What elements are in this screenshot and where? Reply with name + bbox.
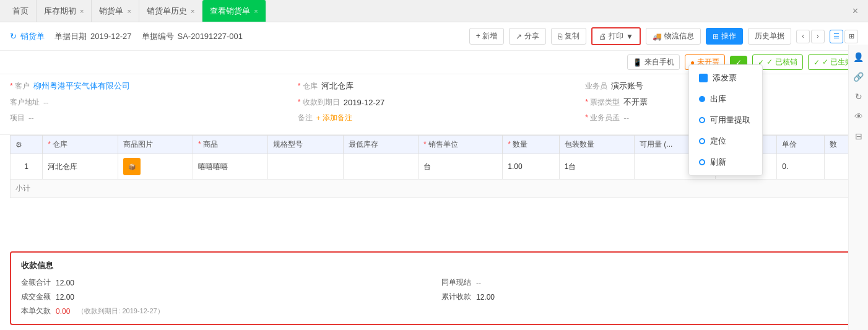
new-button[interactable]: + 新增 (469, 28, 504, 45)
summary-outstanding: 本单欠款 0.00 （收款到期日: 2019-12-27） (21, 306, 427, 316)
tab-sales-label: 销货单 (99, 6, 123, 17)
address-field: 客户地址 -- (10, 97, 283, 108)
th-gear[interactable]: ⚙ (11, 136, 43, 154)
customer-value[interactable]: 柳州粤港平安气体有限公司 (33, 80, 130, 92)
effective-check-icon: ✓ (814, 58, 820, 67)
history-button[interactable]: 历史单据 (748, 28, 791, 45)
row-warehouse: 河北仓库 (43, 154, 118, 180)
th-warehouse: * 仓库 (43, 136, 118, 154)
available-qty-label: 可用量提取 (710, 115, 750, 126)
th-unit: * 销售单位 (418, 136, 502, 154)
print-dropdown-arrow: ▼ (626, 32, 633, 41)
copy-button[interactable]: ⎘ 复制 (551, 28, 586, 45)
doc-number-field: 单据编号 SA-20191227-001 (142, 31, 243, 42)
dropdown-add-invoice[interactable]: 添发票 (689, 67, 762, 89)
next-arrow[interactable]: › (811, 30, 825, 43)
staff-label: 业务员 (585, 81, 607, 92)
tab-sales-history-label: 销货单历史 (147, 6, 187, 17)
row-qty: 1.00 (503, 154, 559, 180)
add-invoice-label: 添发票 (713, 72, 737, 84)
cancelled-label: ✓ 已核销 (766, 57, 797, 67)
operate-label: 操作 (721, 31, 736, 41)
operate-button[interactable]: ⊞ 操作 (706, 28, 743, 45)
copy-icon: ⎘ (558, 32, 562, 41)
row-num: 1 (11, 154, 43, 180)
add-invoice-icon (699, 74, 708, 82)
total-label: 金额合计 (21, 277, 51, 288)
staff2-value: -- (623, 113, 629, 123)
dropdown-available-qty[interactable]: 可用量提取 (689, 110, 762, 131)
refresh-icon (699, 159, 705, 165)
share-button[interactable]: ↗ 分享 (509, 28, 546, 45)
tab-view-sales[interactable]: 查看销货单 × (202, 0, 266, 22)
customer-label: * 客户 (10, 81, 30, 92)
th-qty: * 数量 (503, 136, 559, 154)
tab-inventory-close[interactable]: × (80, 7, 84, 15)
tab-view-sales-close[interactable]: × (254, 7, 258, 15)
dropdown-outbound[interactable]: 出库 (689, 89, 762, 110)
row-unit-price: 0. (777, 154, 825, 180)
doc-number-label: 单据编号 (142, 31, 174, 42)
prev-arrow[interactable]: ‹ (796, 30, 810, 43)
payment-date-field: * 收款到期日 2019-12-27 (298, 97, 571, 108)
sidebar-profile-icon[interactable]: 👤 (851, 50, 866, 64)
sidebar-rotation-icon[interactable]: ↻ (851, 89, 866, 104)
grid-view-icon[interactable]: ⊞ (844, 30, 858, 43)
logistics-label: 物流信息 (664, 31, 694, 41)
tab-sales[interactable]: 销货单 × (92, 0, 139, 22)
tab-sales-close[interactable]: × (127, 7, 131, 15)
add-note-button[interactable]: + 添加备注 (316, 113, 352, 123)
payment-date-value: 2019-12-27 (344, 98, 385, 107)
doc-date-value: 2019-12-27 (90, 32, 132, 41)
cumulative-receipt-label: 累计收款 (441, 292, 471, 302)
deal-amount-value: 12.00 (56, 293, 74, 302)
sidebar-user-icon[interactable]: 👁 (851, 109, 866, 124)
logistics-icon: 🚚 (653, 32, 662, 41)
ticket-type-value: 不开票 (623, 97, 648, 108)
tab-inventory[interactable]: 库存期初 × (37, 0, 92, 22)
share-label: 分享 (524, 31, 539, 41)
warehouse-field: * 仓库 河北仓库 (298, 80, 571, 92)
staff2-label: * 业务员孟 (585, 113, 620, 123)
locate-icon (699, 138, 705, 144)
row-min-stock (343, 154, 418, 180)
locate-label: 定位 (710, 136, 726, 147)
outstanding-note: （收款到期日: 2019-12-27） (77, 306, 163, 316)
customer-field: * 客户 柳州粤港平安气体有限公司 (10, 80, 283, 92)
tab-home[interactable]: 首页 (5, 0, 37, 22)
sidebar-table-icon[interactable]: ⊟ (851, 129, 866, 144)
tab-sales-history-close[interactable]: × (191, 7, 194, 15)
from-phone-button[interactable]: 📱 来自手机 (627, 54, 680, 70)
from-phone-label: 来自手机 (644, 57, 674, 67)
product-image: 📦 (123, 158, 141, 175)
doc-actions: + 新增 ↗ 分享 ⎘ 复制 🖨 打印 ▼ 🚚 物流信息 ⊞ 操作 (469, 27, 858, 45)
doc-number-value: SA-20191227-001 (178, 32, 243, 41)
dropdown-locate[interactable]: 定位 (689, 131, 762, 152)
doc-type-icon: ↻ (10, 32, 17, 41)
dropdown-refresh[interactable]: 刷新 (689, 152, 762, 173)
tab-sales-history[interactable]: 销货单历史 × (139, 0, 202, 22)
outstanding-label: 本单欠款 (21, 306, 51, 316)
project-label: 项目 (10, 113, 25, 123)
tab-view-sales-label: 查看销货单 (210, 6, 250, 17)
print-button[interactable]: 🖨 打印 ▼ (591, 27, 641, 45)
add-note-label: 添加备注 (323, 113, 352, 123)
outbound-label: 出库 (710, 93, 726, 105)
logistics-button[interactable]: 🚚 物流信息 (646, 28, 701, 45)
total-value: 12.00 (56, 279, 74, 287)
same-order-cash-value: -- (476, 279, 481, 287)
doc-type-label: 销货单 (20, 31, 45, 42)
note-field: 备注 + 添加备注 (298, 113, 571, 123)
copy-label: 复制 (565, 31, 579, 41)
row-spec (268, 154, 343, 180)
tab-inventory-label: 库存期初 (44, 6, 76, 17)
window-close-button[interactable]: × (848, 3, 863, 19)
print-icon: 🖨 (599, 32, 606, 41)
sidebar-link-icon[interactable]: 🔗 (851, 69, 866, 84)
list-view-icon[interactable]: ☰ (830, 30, 843, 43)
print-label: 打印 (609, 31, 623, 41)
th-spec: 规格型号 (268, 136, 343, 154)
summary-cumulative-receipt: 累计收款 12.00 (441, 292, 847, 302)
th-product: * 商品 (193, 136, 267, 154)
row-unit: 台 (418, 154, 502, 180)
